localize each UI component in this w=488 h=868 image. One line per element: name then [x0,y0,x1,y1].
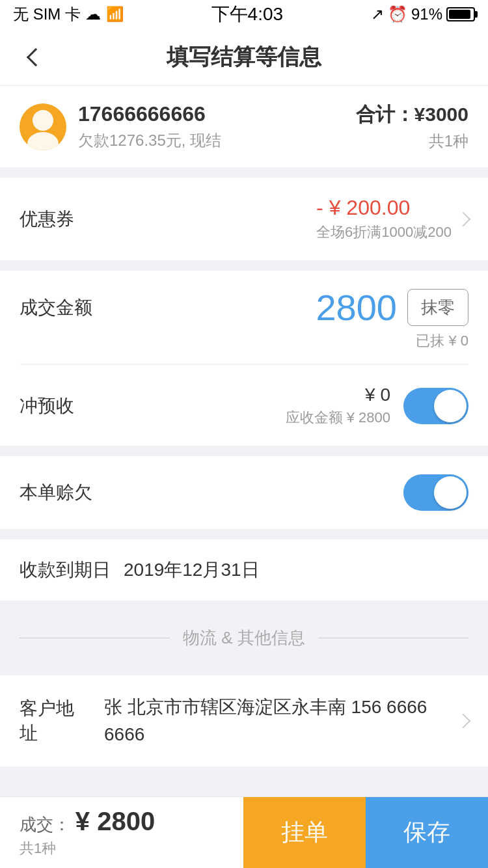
prepay-label: 冲预收 [20,394,74,418]
address-label: 客户地址 [20,696,91,746]
prepay-amount: ¥ 0 [286,385,390,405]
status-right: ↗ ⏰ 91% [371,5,475,23]
coupon-discount: - ¥ 200.00 [316,196,452,220]
content: 17666666666 欠款1276.35元, 现结 合计：¥3000 共1种 … [0,86,488,868]
back-arrow-icon [27,47,45,66]
nav-bar: 填写结算等信息 [0,29,488,86]
battery-icon [446,7,475,21]
logistics-divider: 物流 & 其他信息 [0,611,488,665]
deal-sub: 已抹 ¥ 0 [20,331,468,351]
debt-toggle[interactable] [403,474,468,511]
bottom-deal-row: 成交： ¥ 2800 [20,807,224,836]
location-icon: ↗ [371,5,384,23]
status-time: 下午4:03 [211,2,284,27]
customer-info-section: 17666666666 欠款1276.35元, 现结 合计：¥3000 共1种 [0,86,488,167]
coupon-label: 优惠券 [20,207,74,232]
sim-label: 无 SIM 卡 ☁ [13,4,101,25]
prepay-toggle[interactable] [403,388,468,424]
coupon-right: - ¥ 200.00 全场6折满1000减200 [316,196,468,242]
coupon-sub: 全场6折满1000减200 [316,223,452,242]
toggle-knob [434,390,467,422]
customer-total: 合计：¥3000 共1种 [356,102,468,152]
prepay-amount-wrap: ¥ 0 应收金额 ¥ 2800 [286,385,390,427]
due-date-row: 收款到期日 2019年12月31日 [20,558,468,582]
debt-section: 本单赊欠 [0,456,488,529]
bottom-amount: ¥ 2800 [75,807,155,835]
alarm-icon: ⏰ [388,5,407,23]
page-title: 填写结算等信息 [167,42,321,72]
bottom-bar: 成交： ¥ 2800 共1种 挂单 保存 [0,796,488,868]
status-bar: 无 SIM 卡 ☁ 📶 下午4:03 ↗ ⏰ 91% [0,0,488,29]
deal-label: 成交金额 [20,295,92,320]
customer-details: 17666666666 欠款1276.35元, 现结 [78,102,221,151]
deal-row: 成交金额 2800 抹零 [20,289,468,326]
customer-left: 17666666666 欠款1276.35元, 现结 [20,102,221,151]
deal-section: 成交金额 2800 抹零 已抹 ¥ 0 冲预收 ¥ 0 应收金额 ¥ 2800 [0,271,488,446]
total-count: 共1种 [356,131,468,152]
customer-phone: 17666666666 [78,102,221,126]
wifi-icon: 📶 [106,6,124,23]
prepay-sub: 应收金额 ¥ 2800 [286,408,390,427]
status-left: 无 SIM 卡 ☁ 📶 [13,4,124,25]
address-section[interactable]: 客户地址 张 北京市市辖区海淀区永丰南 156 6666 6666 [0,675,488,766]
battery-percent: 91% [411,5,442,23]
due-date-section: 收款到期日 2019年12月31日 [0,539,488,601]
prepay-row: 冲预收 ¥ 0 应收金额 ¥ 2800 [20,378,468,427]
back-button[interactable] [20,41,52,74]
customer-sub: 欠款1276.35元, 现结 [78,130,221,151]
coupon-section[interactable]: 优惠券 - ¥ 200.00 全场6折满1000减200 [0,178,488,260]
svg-point-0 [33,110,53,131]
svg-point-1 [27,132,59,150]
address-value: 张 北京市市辖区海淀区永丰南 156 6666 6666 [91,694,458,748]
pending-button[interactable]: 挂单 [243,797,366,869]
round-button[interactable]: 抹零 [407,289,468,326]
coupon-info: - ¥ 200.00 全场6折满1000减200 [316,196,452,242]
bottom-deal-label: 成交： [20,815,70,834]
total-value: 合计：¥3000 [356,102,468,128]
due-date-value: 2019年12月31日 [124,558,260,582]
avatar [20,103,66,150]
logistics-line-left [20,638,170,638]
bottom-info: 成交： ¥ 2800 共1种 [0,807,243,858]
bottom-count: 共1种 [20,839,224,858]
deal-amount: 2800 [316,290,397,326]
debt-label: 本单赊欠 [20,480,92,505]
logistics-line-right [318,638,468,638]
debt-toggle-knob [434,476,467,509]
deal-right: 2800 抹零 [316,289,468,326]
address-chevron-right-icon [456,714,471,729]
logistics-text: 物流 & 其他信息 [183,627,305,649]
due-date-label: 收款到期日 [20,558,111,582]
prepay-right: ¥ 0 应收金额 ¥ 2800 [286,385,468,427]
section-divider [20,364,468,365]
chevron-right-icon [456,211,471,226]
save-button[interactable]: 保存 [366,797,488,869]
